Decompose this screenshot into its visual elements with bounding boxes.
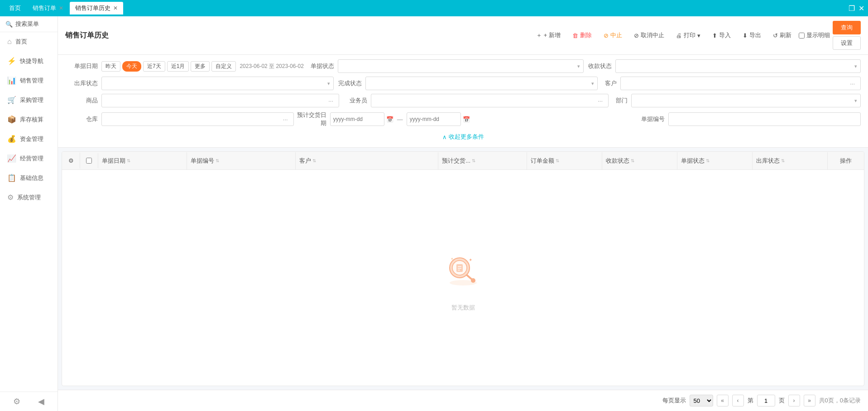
top-bar-right: ❐ ✕ bbox=[849, 4, 864, 13]
per-page-select-wrap: 50 20 100 bbox=[690, 395, 713, 406]
th-bill-status[interactable]: 单据状态 ⇅ bbox=[677, 152, 753, 169]
salesperson-dots-icon[interactable]: ··· bbox=[596, 97, 604, 104]
delivery-date-to[interactable] bbox=[407, 112, 461, 126]
th-receipt-status[interactable]: 收款状态 ⇅ bbox=[602, 152, 677, 169]
gear-icon: ⚙ bbox=[68, 157, 74, 164]
new-label: + 新增 bbox=[544, 31, 561, 39]
export-button[interactable]: ⬇ 导出 bbox=[738, 29, 766, 42]
th-no[interactable]: 单据编号 ⇅ bbox=[187, 152, 296, 169]
bill-no-input[interactable] bbox=[672, 116, 857, 123]
tab-sales-order-history-label: 销售订单历史 bbox=[75, 4, 110, 12]
sidebar-item-system[interactable]: ⚙ 系统管理 bbox=[0, 188, 58, 207]
warehouse-input-wrap[interactable]: ··· bbox=[101, 112, 294, 126]
empty-state: ✦ ✦ 暂无数据 bbox=[62, 170, 864, 386]
sort-bill-icon: ⇅ bbox=[706, 158, 710, 163]
th-out-status[interactable]: 出库状态 ⇅ bbox=[753, 152, 828, 169]
quick-nav-icon: ⚡ bbox=[7, 57, 16, 65]
sidebar-search[interactable]: 🔍 搜索菜单 bbox=[0, 16, 58, 32]
next-page-button[interactable]: › bbox=[788, 395, 800, 406]
salesperson-input-wrap[interactable]: ··· bbox=[371, 94, 609, 107]
receipt-status-label: 收款状态 bbox=[584, 62, 615, 70]
close-window-icon[interactable]: ✕ bbox=[858, 4, 864, 13]
sidebar-item-basic[interactable]: 📋 基础信息 bbox=[0, 168, 58, 188]
stop-button[interactable]: ⊘ 中止 bbox=[599, 29, 627, 42]
date-shortcuts: 昨天 今天 近7天 近1月 更多 自定义 bbox=[101, 61, 236, 72]
display-detail-checkbox[interactable] bbox=[799, 33, 805, 39]
customer-dots-icon[interactable]: ··· bbox=[848, 80, 857, 87]
calendar-from-icon[interactable]: 📅 bbox=[386, 116, 393, 123]
current-page-input[interactable] bbox=[757, 395, 775, 406]
sidebar-item-purchase[interactable]: 🛒 采购管理 bbox=[0, 90, 58, 110]
sidebar-footer-settings-icon[interactable]: ⚙ bbox=[13, 396, 20, 406]
per-page-select[interactable]: 50 20 100 bbox=[690, 395, 713, 406]
sidebar-search-label: 搜索菜单 bbox=[15, 20, 39, 28]
customer-input-wrap[interactable]: ··· bbox=[620, 77, 861, 90]
th-date[interactable]: 单据日期 ⇅ bbox=[98, 152, 187, 169]
complete-status-select[interactable] bbox=[365, 77, 598, 90]
sidebar-item-home[interactable]: ⌂ 首页 bbox=[0, 32, 58, 51]
th-amount[interactable]: 订单金额 ⇅ bbox=[527, 152, 602, 169]
cancel-stop-button[interactable]: ⊘ 取消中止 bbox=[629, 29, 669, 42]
display-detail-checkbox-wrap[interactable]: 显示明细 bbox=[799, 31, 830, 39]
bill-status-select-wrap bbox=[338, 59, 583, 73]
tab-home[interactable]: 首页 bbox=[4, 2, 26, 15]
sidebar-item-operation[interactable]: 📈 经营管理 bbox=[0, 149, 58, 168]
select-all-checkbox[interactable] bbox=[86, 158, 92, 164]
new-button[interactable]: ＋ + 新增 bbox=[532, 29, 565, 42]
sidebar-item-sales[interactable]: 📊 销售管理 bbox=[0, 71, 58, 90]
sidebar-item-finance[interactable]: 💰 资金管理 bbox=[0, 129, 58, 149]
sort-receipt-icon: ⇅ bbox=[631, 158, 634, 163]
refresh-button[interactable]: ↺ 刷新 bbox=[768, 29, 796, 42]
out-status-label: 出库状态 bbox=[65, 79, 101, 87]
sidebar: 🔍 搜索菜单 ⌂ 首页 ⚡ 快捷导航 📊 销售管理 🛒 采购管理 📦 库存核算 … bbox=[0, 16, 58, 411]
date-yesterday[interactable]: 昨天 bbox=[101, 61, 120, 72]
warehouse-input[interactable] bbox=[106, 116, 281, 123]
date-today[interactable]: 今天 bbox=[122, 61, 141, 72]
stop-icon: ⊘ bbox=[604, 32, 609, 39]
import-button[interactable]: ⬆ 导入 bbox=[708, 29, 735, 42]
tab-sales-order[interactable]: 销售订单 ✕ bbox=[27, 2, 69, 15]
date-7days[interactable]: 近7天 bbox=[143, 61, 165, 72]
filter-row-date: 单据日期 昨天 今天 近7天 近1月 更多 自定义 2023-06-02 至 2… bbox=[65, 59, 861, 73]
sidebar-item-quick-nav-label: 快捷导航 bbox=[20, 57, 43, 65]
sidebar-item-inventory[interactable]: 📦 库存核算 bbox=[0, 110, 58, 129]
date-more[interactable]: 更多 bbox=[191, 61, 210, 72]
last-page-button[interactable]: » bbox=[804, 395, 815, 406]
department-select[interactable] bbox=[631, 94, 861, 107]
salesperson-input[interactable] bbox=[375, 97, 596, 104]
next-page-icon: › bbox=[793, 397, 795, 404]
close-sales-order-icon[interactable]: ✕ bbox=[59, 5, 63, 11]
delete-button[interactable]: 🗑 删除 bbox=[568, 29, 596, 42]
out-status-select[interactable] bbox=[101, 77, 334, 90]
collapse-button[interactable]: ∧ 收起更多条件 bbox=[65, 131, 861, 143]
bill-no-input-wrap[interactable] bbox=[668, 112, 861, 126]
settings-button[interactable]: 设置 bbox=[833, 36, 861, 50]
th-checkbox[interactable] bbox=[80, 153, 98, 168]
sidebar-footer-collapse-icon[interactable]: ◀ bbox=[38, 396, 44, 406]
tab-sales-order-history[interactable]: 销售订单历史 ✕ bbox=[70, 2, 123, 15]
th-customer[interactable]: 客户 ⇅ bbox=[296, 152, 438, 169]
sidebar-item-quick-nav[interactable]: ⚡ 快捷导航 bbox=[0, 51, 58, 71]
prev-page-button[interactable]: ‹ bbox=[732, 395, 744, 406]
goods-dots-icon[interactable]: ··· bbox=[326, 97, 335, 104]
print-button[interactable]: 🖨 打印 ▾ bbox=[671, 29, 705, 42]
goods-input[interactable] bbox=[106, 97, 326, 104]
restore-icon[interactable]: ❐ bbox=[849, 4, 855, 13]
bill-status-select[interactable] bbox=[338, 59, 583, 73]
delivery-date-from[interactable] bbox=[330, 112, 384, 126]
query-button[interactable]: 查询 bbox=[833, 21, 861, 34]
date-custom[interactable]: 自定义 bbox=[211, 61, 236, 72]
date-1month[interactable]: 近1月 bbox=[167, 61, 189, 72]
th-action-label: 操作 bbox=[840, 157, 852, 165]
customer-input[interactable] bbox=[624, 80, 848, 87]
goods-input-wrap[interactable]: ··· bbox=[101, 94, 339, 107]
calendar-to-icon[interactable]: 📅 bbox=[463, 116, 470, 123]
close-sales-order-history-icon[interactable]: ✕ bbox=[113, 5, 118, 11]
first-page-button[interactable]: « bbox=[717, 395, 729, 406]
receipt-status-select[interactable] bbox=[615, 59, 861, 73]
delete-label: 删除 bbox=[580, 31, 592, 39]
th-settings[interactable]: ⚙ bbox=[62, 153, 80, 169]
th-delivery[interactable]: 预计交货... ⇅ bbox=[438, 152, 527, 169]
warehouse-dots-icon[interactable]: ··· bbox=[281, 116, 290, 123]
date-label: 单据日期 bbox=[65, 62, 101, 70]
